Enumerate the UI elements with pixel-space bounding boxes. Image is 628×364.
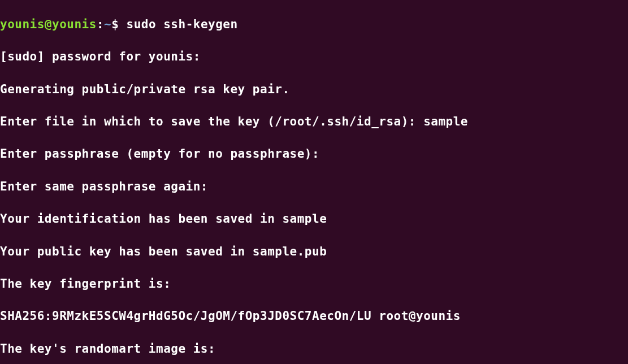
command-text: sudo ssh-keygen [126, 18, 237, 31]
output-line: Your public key has been saved in sample… [0, 244, 628, 260]
output-line: SHA256:9RMzkE5SCW4grHdG5Oc/JgOM/fOp3JD0S… [0, 308, 628, 324]
prompt-at: @ [45, 18, 52, 31]
prompt-user: younis [0, 18, 45, 31]
terminal-window[interactable]: younis@younis:~$ sudo ssh-keygen [sudo] … [0, 0, 628, 364]
output-line: Enter passphrase (empty for no passphras… [0, 146, 628, 162]
prompt-symbol: $ [111, 18, 126, 31]
output-line: Generating public/private rsa key pair. [0, 81, 628, 98]
prompt-line-1[interactable]: younis@younis:~$ sudo ssh-keygen [0, 16, 628, 33]
prompt-host: younis [52, 18, 97, 31]
output-line: Enter same passphrase again: [0, 179, 628, 195]
output-line: [sudo] password for younis: [0, 49, 628, 65]
prompt-path: ~ [104, 18, 111, 31]
output-line: Enter file in which to save the key (/ro… [0, 114, 628, 130]
output-line: The key's randomart image is: [0, 341, 628, 357]
output-line: The key fingerprint is: [0, 276, 628, 292]
prompt-colon: : [97, 18, 104, 31]
output-line: Your identification has been saved in sa… [0, 211, 628, 227]
